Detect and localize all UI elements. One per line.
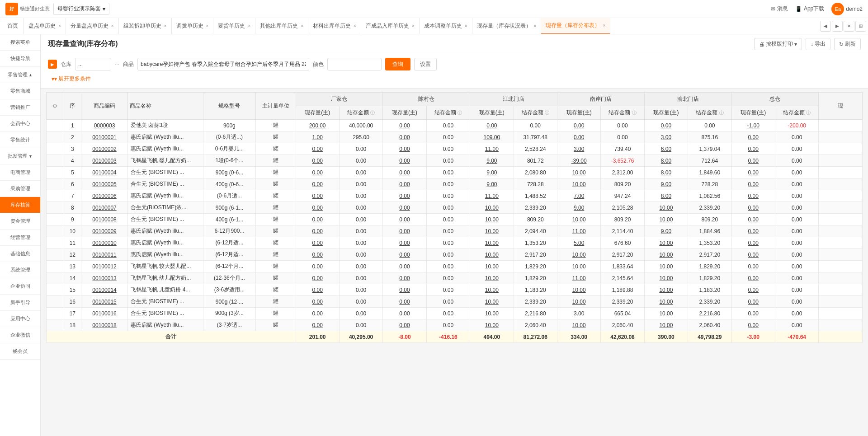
tab-xiancunliang-status[interactable]: 现存量（库存状况表） × (472, 18, 542, 34)
row-na-stock[interactable]: 0.00 (557, 120, 600, 131)
row-jb-stock[interactable]: 10.00 (470, 319, 514, 331)
message-btn[interactable]: ✉ 消息 (771, 5, 788, 13)
row-fac-stock[interactable]: 0.00 (296, 319, 339, 331)
tab-chanpin[interactable]: 产成品入库单历史 × (361, 18, 420, 34)
row-chen-stock[interactable]: 0.00 (383, 249, 426, 261)
industry-selector[interactable]: 母婴行业演示陈套 ▾ (53, 3, 109, 15)
warehouse-input[interactable] (75, 58, 111, 70)
row-code[interactable]: 00100009 (81, 225, 128, 237)
row-yb-stock[interactable]: 8.00 (644, 167, 688, 178)
tab-yaohuo[interactable]: 要货单历史 × (213, 18, 255, 34)
row-jb-stock[interactable]: 9.00 (470, 167, 514, 178)
row-total-stock[interactable]: 0.00 (731, 237, 775, 249)
row-yb-stock[interactable]: 10.00 (644, 237, 688, 249)
row-chen-stock[interactable]: 0.00 (383, 190, 426, 202)
row-code[interactable]: 00100011 (81, 249, 128, 261)
row-jb-stock[interactable]: 10.00 (470, 296, 514, 308)
tab-expand-btn[interactable]: ⊞ (855, 21, 866, 32)
tab-diaobao[interactable]: 调拨单历史 × (172, 18, 214, 34)
tab-yaohuo-close[interactable]: × (248, 23, 250, 28)
sidebar-item-retail-stats[interactable]: 零售统计 (0, 132, 40, 148)
row-total-stock[interactable]: 0.00 (731, 319, 775, 331)
info-icon-jb[interactable]: ⓘ (545, 110, 549, 115)
row-na-stock[interactable]: -39.00 (557, 155, 600, 167)
row-code[interactable]: 00100013 (81, 272, 128, 284)
row-chen-stock[interactable]: 0.00 (383, 167, 426, 178)
sidebar-item-newbie[interactable]: 新手引导 (0, 295, 40, 311)
tab-pandian[interactable]: 盘点单历史 × (24, 18, 66, 34)
row-chen-stock[interactable]: 0.00 (383, 120, 426, 131)
row-na-stock[interactable]: 10.00 (557, 178, 600, 190)
row-na-stock[interactable]: 10.00 (557, 167, 600, 178)
row-fac-stock[interactable]: 0.00 (296, 190, 339, 202)
row-yb-stock[interactable]: 9.00 (644, 225, 688, 237)
row-chen-stock[interactable]: 0.00 (383, 237, 426, 249)
row-fac-stock[interactable]: 0.00 (296, 272, 339, 284)
row-total-stock[interactable]: -1.00 (731, 120, 775, 131)
row-na-stock[interactable]: 11.00 (557, 272, 600, 284)
row-fac-stock[interactable]: 0.00 (296, 178, 339, 190)
row-fac-stock[interactable]: 0.00 (296, 237, 339, 249)
tab-xiancunliang-dist[interactable]: 现存量（库存分布表） × (541, 18, 610, 34)
sidebar-item-marketing[interactable]: 营销推广 (0, 99, 40, 116)
sidebar-item-retail-mall[interactable]: 零售商城 (0, 83, 40, 99)
print-btn[interactable]: 🖨 按模版打印 ▾ (754, 38, 802, 50)
row-yb-stock[interactable]: 10.00 (644, 308, 688, 319)
sidebar-item-search[interactable]: 搜索英单 (0, 34, 40, 51)
tab-chanpin-close[interactable]: × (412, 23, 415, 28)
row-chen-stock[interactable]: 0.00 (383, 308, 426, 319)
sidebar-item-ecommerce[interactable]: 电商管理 (0, 164, 40, 181)
row-na-stock[interactable]: 10.00 (557, 296, 600, 308)
row-jb-stock[interactable]: 10.00 (470, 308, 514, 319)
row-chen-stock[interactable]: 0.00 (383, 214, 426, 225)
row-total-stock[interactable]: 0.00 (731, 272, 775, 284)
row-yb-stock[interactable]: 0.00 (644, 120, 688, 131)
tab-zuzhuang-close[interactable]: × (164, 23, 167, 28)
sidebar-item-wechat[interactable]: 企业微信 (0, 327, 40, 343)
row-yb-stock[interactable]: 10.00 (644, 319, 688, 331)
row-na-stock[interactable]: 3.00 (557, 143, 600, 155)
row-chen-stock[interactable]: 0.00 (383, 272, 426, 284)
row-yb-stock[interactable]: 6.00 (644, 143, 688, 155)
sidebar-item-purchase[interactable]: 采购管理 (0, 181, 40, 197)
tab-diaobao-close[interactable]: × (206, 23, 209, 28)
row-na-stock[interactable]: 10.00 (557, 284, 600, 296)
info-icon-chen[interactable]: ⓘ (458, 110, 462, 115)
row-total-stock[interactable]: 0.00 (731, 178, 775, 190)
table-container[interactable]: ⚙ 序 商品编码 商品名称 规格型号 主计量单位 厂家仓 陈村仓 江北门店 南岸… (41, 89, 868, 436)
row-na-stock[interactable]: 9.00 (557, 202, 600, 214)
query-btn[interactable]: 查询 (385, 58, 410, 70)
row-code[interactable]: 00100012 (81, 261, 128, 272)
row-na-stock[interactable]: 11.00 (557, 225, 600, 237)
row-code[interactable]: 00100014 (81, 284, 128, 296)
row-chen-stock[interactable]: 0.00 (383, 131, 426, 143)
row-fac-stock[interactable]: 0.00 (296, 155, 339, 167)
row-fac-stock[interactable]: 0.00 (296, 143, 339, 155)
collapse-btn[interactable]: ▶ (48, 60, 57, 69)
row-jb-stock[interactable]: 109.00 (470, 131, 514, 143)
row-total-stock[interactable]: 0.00 (731, 131, 775, 143)
row-total-stock[interactable]: 0.00 (731, 249, 775, 261)
settings-btn[interactable]: 设置 (414, 58, 437, 70)
tab-next-btn[interactable]: ▶ (832, 21, 843, 32)
row-jb-stock[interactable]: 9.00 (470, 178, 514, 190)
tab-fenpandian[interactable]: 分量盘点单历史 × (66, 18, 119, 34)
row-jb-stock[interactable]: 11.00 (470, 190, 514, 202)
row-total-stock[interactable]: 0.00 (731, 308, 775, 319)
sidebar-item-app-center[interactable]: 应用中心 (0, 311, 40, 327)
row-jb-stock[interactable]: 10.00 (470, 225, 514, 237)
sidebar-item-retail-mgmt[interactable]: 零售管理 ▲ (0, 67, 40, 83)
row-yb-stock[interactable]: 10.00 (644, 202, 688, 214)
row-code[interactable]: 00100016 (81, 308, 128, 319)
row-chen-stock[interactable]: 0.00 (383, 178, 426, 190)
sidebar-item-sys-mgmt[interactable]: 系统管理 (0, 262, 40, 278)
row-fac-stock[interactable]: 0.00 (296, 284, 339, 296)
tab-zuzhuang[interactable]: 组装拆卸单历史 × (119, 18, 172, 34)
row-total-stock[interactable]: 0.00 (731, 143, 775, 155)
row-total-stock[interactable]: 0.00 (731, 214, 775, 225)
row-fac-stock[interactable]: 0.00 (296, 167, 339, 178)
row-code[interactable]: 00100004 (81, 167, 128, 178)
row-code[interactable]: 00100006 (81, 190, 128, 202)
tab-prev-btn[interactable]: ◀ (820, 21, 831, 32)
tab-qita-close[interactable]: × (301, 23, 303, 28)
